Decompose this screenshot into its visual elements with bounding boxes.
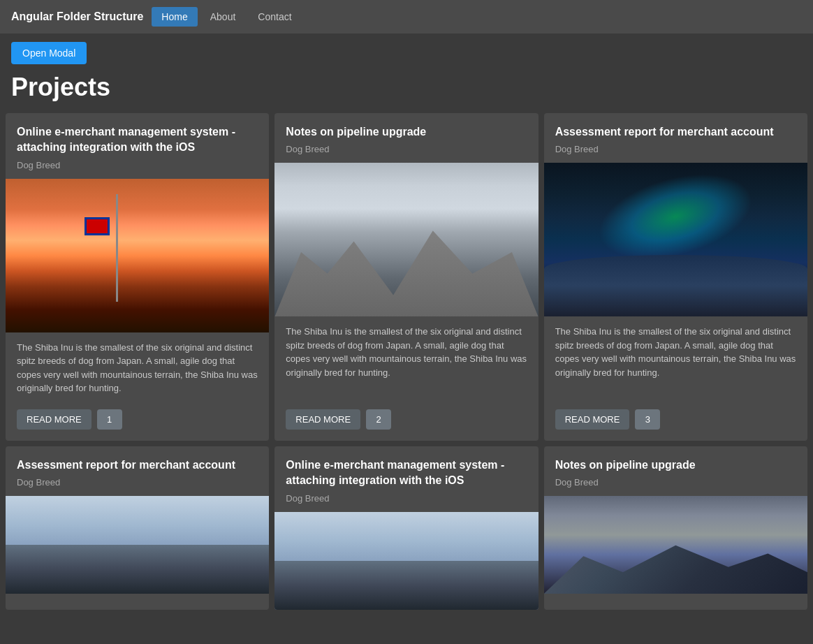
project-card-5: Online e-merchant management system - at… [274, 446, 538, 610]
card-1-header: Online e-merchant management system - at… [6, 113, 269, 179]
card-3-footer: READ MORE 3 [544, 404, 807, 441]
card-6-subtitle: Dog Breed [555, 477, 796, 488]
navbar-brand: Angular Folder Structure [11, 10, 143, 23]
card-2-footer: READ MORE 2 [274, 404, 538, 441]
card-5-header: Online e-merchant management system - at… [274, 446, 538, 512]
project-card-3: Assessment report for merchant account D… [544, 113, 807, 441]
card-3-title: Assessment report for merchant account [555, 124, 796, 140]
card-3-header: Assessment report for merchant account D… [544, 113, 807, 163]
card-2-title: Notes on pipeline upgrade [286, 124, 527, 140]
card-1-number[interactable]: 1 [97, 409, 122, 430]
card-3-subtitle: Dog Breed [555, 144, 796, 154]
card-1-subtitle: Dog Breed [17, 160, 258, 170]
card-2-header: Notes on pipeline upgrade Dog Breed [274, 113, 538, 163]
card-4-subtitle: Dog Breed [17, 477, 258, 488]
card-1-footer: READ MORE 1 [6, 404, 269, 441]
card-2-body: The Shiba Inu is the smallest of the six… [274, 316, 538, 403]
card-3-number[interactable]: 3 [635, 409, 660, 430]
open-modal-button[interactable]: Open Modal [11, 42, 87, 64]
project-card-4: Assessment report for merchant account D… [6, 446, 269, 610]
card-1-read-more[interactable]: READ MORE [17, 409, 91, 430]
card-4-header: Assessment report for merchant account D… [6, 446, 269, 496]
card-1-body: The Shiba Inu is the smallest of the six… [6, 332, 269, 404]
card-6-header: Notes on pipeline upgrade Dog Breed [544, 446, 807, 496]
card-5-image [274, 512, 538, 610]
nav-contact[interactable]: Contact [248, 7, 301, 27]
card-4-title: Assessment report for merchant account [17, 458, 258, 473]
card-6-image [544, 496, 807, 594]
card-5-subtitle: Dog Breed [286, 493, 527, 504]
navbar: Angular Folder Structure Home About Cont… [0, 0, 813, 34]
page-title: Projects [11, 73, 802, 102]
card-4-image [6, 496, 269, 594]
card-3-image [544, 163, 807, 316]
project-card-2: Notes on pipeline upgrade Dog Breed The … [274, 113, 538, 441]
card-2-number[interactable]: 2 [366, 409, 391, 430]
card-3-read-more[interactable]: READ MORE [555, 409, 630, 430]
nav-about[interactable]: About [200, 7, 246, 27]
card-1-title: Online e-merchant management system - at… [17, 124, 258, 156]
projects-grid: Online e-merchant management system - at… [0, 113, 813, 615]
card-1-image [6, 179, 269, 332]
card-2-read-more[interactable]: READ MORE [286, 409, 360, 430]
project-card-1: Online e-merchant management system - at… [6, 113, 269, 441]
card-2-image [274, 163, 538, 316]
card-6-title: Notes on pipeline upgrade [555, 458, 796, 473]
nav-home[interactable]: Home [152, 7, 197, 27]
card-3-body: The Shiba Inu is the smallest of the six… [544, 316, 807, 403]
card-5-title: Online e-merchant management system - at… [286, 458, 527, 489]
project-card-6: Notes on pipeline upgrade Dog Breed [544, 446, 807, 610]
card-2-subtitle: Dog Breed [286, 144, 527, 154]
